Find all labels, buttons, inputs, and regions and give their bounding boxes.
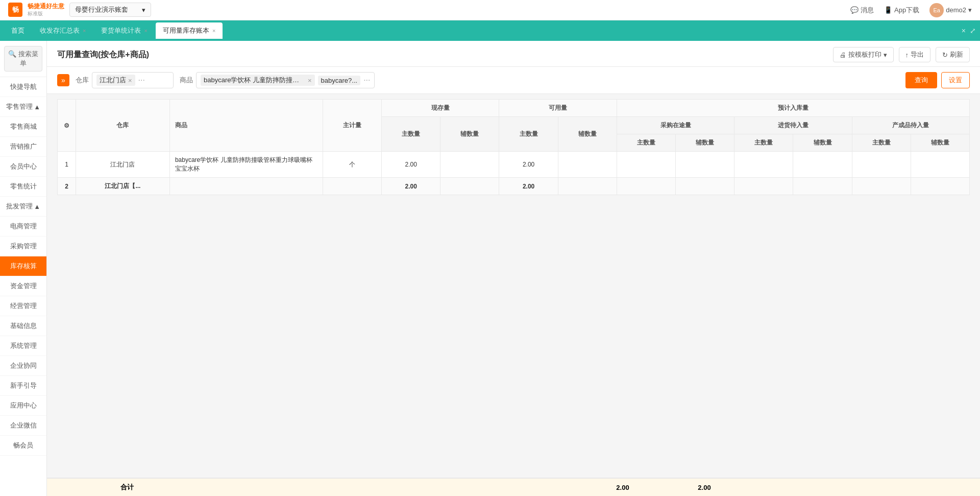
filter-expand-btn[interactable]: » (57, 74, 69, 86)
tab-available-stock[interactable]: 可用量库存账本 × (156, 22, 223, 39)
product-label: 商品 (180, 76, 193, 85)
search-icon: 🔍 (8, 50, 16, 58)
filter-bar: » 仓库 江北门店 × ··· 商品 babycare学饮杯 儿童防摔防撞吸管杯… (47, 67, 980, 94)
brand-title: 畅捷通好生意 (28, 3, 64, 10)
settings-btn[interactable]: 设置 (941, 72, 970, 88)
sidebar-item-operations[interactable]: 经营管理 (0, 296, 46, 316)
warehouse-input[interactable]: 江北门店 × ··· (92, 72, 174, 88)
row-inb-aux-1 (793, 152, 852, 178)
row-inb-main-1 (734, 152, 793, 178)
row-inb-main-2 (734, 178, 793, 195)
refresh-btn[interactable]: ↻ 刷新 (936, 47, 970, 62)
row-curr-main-1: 2.00 (382, 152, 440, 178)
settings-cell[interactable]: ⚙ (58, 100, 76, 152)
planned-inbound-header: 预计入库量 (617, 100, 969, 117)
sidebar-item-newbie[interactable]: 新手引导 (0, 376, 46, 396)
print-icon: 🖨 (840, 51, 846, 59)
chevron-down-icon-user: ▾ (968, 6, 972, 14)
footer-label: 合计 (116, 483, 561, 492)
remove-warehouse-tag[interactable]: × (128, 77, 132, 84)
product-input[interactable]: babycare学饮杯 儿童防摔防撞吸管杯重力球吸嘴杯宝宝水杯 × babyca… (196, 72, 375, 88)
chevron-down-icon-print: ▾ (884, 51, 887, 59)
footer-current-main: 2.00 (602, 484, 643, 491)
sidebar-item-member[interactable]: 畅会员 (0, 436, 46, 456)
sidebar-item-membership[interactable]: 会员中心 (0, 157, 46, 177)
tab-receive-summary[interactable]: 收发存汇总表 × (33, 22, 93, 39)
tab-home[interactable]: 首页 (4, 22, 32, 39)
sidebar-item-system[interactable]: 系统管理 (0, 336, 46, 356)
remove-product-tag-1[interactable]: × (308, 77, 312, 84)
table-footer: 合计 2.00 2.00 (47, 478, 980, 496)
product-filter: 商品 babycare学饮杯 儿童防摔防撞吸管杯重力球吸嘴杯宝宝水杯 × bab… (180, 72, 375, 88)
sidebar-item-basic-info[interactable]: 基础信息 (0, 316, 46, 336)
tab-order-stats[interactable]: 要货单统计表 × (94, 22, 154, 39)
tab-actions: × ⤢ (962, 27, 976, 35)
row-avail-aux-2 (558, 178, 617, 195)
brand-icon: 畅 (8, 3, 22, 17)
sidebar-item-finance[interactable]: 资金管理 (0, 276, 46, 296)
industry-selector[interactable]: 母婴行业演示账套 ▾ (69, 3, 151, 17)
message-btn[interactable]: 💬 消息 (850, 6, 874, 15)
sidebar-item-marketing[interactable]: 营销推广 (0, 137, 46, 157)
table-container: ⚙ 仓库 商品 主计量 现存量 可用量 预计入库量 主数量 辅数量 主数量 辅数… (47, 94, 980, 478)
inbound-main-header: 主数量 (734, 134, 793, 152)
nav-tabs-bar: 首页 收发存汇总表 × 要货单统计表 × 可用量库存账本 × × ⤢ (0, 20, 980, 41)
query-btn[interactable]: 查询 (905, 72, 937, 88)
available-header: 可用量 (499, 100, 617, 117)
current-main-qty-header: 主数量 (382, 117, 440, 152)
row-prod-aux-1 (911, 152, 969, 178)
warehouse-label: 仓库 (76, 76, 89, 85)
user-menu[interactable]: Ea demo2 ▾ (929, 3, 972, 17)
product-more[interactable]: ··· (363, 76, 370, 85)
app-download-btn[interactable]: 📱 App下载 (884, 6, 919, 15)
row-prod-main-2 (852, 178, 911, 195)
brand-info: 畅捷通好生意 标准版 (28, 3, 64, 17)
main-layout: 🔍 搜索菜单 快捷导航 零售管理 ▲ 零售商城 营销推广 会员中心 零售统计 批… (0, 41, 980, 496)
sidebar-item-retail-mgmt[interactable]: 零售管理 ▲ (0, 97, 46, 117)
sidebar-item-wholesale[interactable]: 批发管理 ▲ (0, 197, 46, 217)
sidebar-item-retail-stats[interactable]: 零售统计 (0, 177, 46, 197)
row-curr-aux-1 (440, 152, 499, 178)
sidebar: 🔍 搜索菜单 快捷导航 零售管理 ▲ 零售商城 营销推广 会员中心 零售统计 批… (0, 41, 47, 496)
sidebar-item-app-center[interactable]: 应用中心 (0, 396, 46, 416)
close-tab-receive[interactable]: × (83, 28, 86, 34)
purchase-aux-header: 辅数量 (676, 134, 734, 152)
sidebar-item-enterprise-collab[interactable]: 企业协同 (0, 356, 46, 376)
row-num-2: 2 (58, 178, 76, 195)
table-row: 1 江北门店 babycare学饮杯 儿童防摔防撞吸管杯重力球吸嘴杯宝宝水杯 个… (58, 152, 970, 178)
expand-icon[interactable]: ⤢ (970, 27, 976, 35)
sidebar-search-btn[interactable]: 🔍 搜索菜单 (4, 46, 42, 72)
row-avail-main-2: 2.00 (499, 178, 558, 195)
sidebar-item-retail-mall[interactable]: 零售商城 (0, 117, 46, 137)
main-unit-header: 主计量 (323, 100, 381, 152)
refresh-icon: ↻ (942, 51, 948, 59)
row-warehouse-2: 江北门店【... (76, 178, 170, 195)
table-row: 2 江北门店【... 2.00 2.00 (58, 178, 970, 195)
purchase-main-header: 主数量 (617, 134, 675, 152)
inbound-aux-header: 辅数量 (793, 134, 852, 152)
row-product-2 (169, 178, 323, 195)
brand-sub: 标准版 (28, 10, 64, 17)
export-btn[interactable]: ↑ 导出 (899, 47, 931, 62)
close-tab-available[interactable]: × (212, 28, 215, 34)
top-bar-left: 畅 畅捷通好生意 标准版 母婴行业演示账套 ▾ (8, 3, 151, 17)
sidebar-item-wechat[interactable]: 企业微信 (0, 416, 46, 436)
row-avail-main-1: 2.00 (499, 152, 558, 178)
content-area: 可用量查询(按仓库+商品) 🖨 按模板打印 ▾ ↑ 导出 ↻ 刷新 » (47, 41, 980, 496)
download-icon: 📱 (884, 6, 892, 14)
table-header-row-1: ⚙ 仓库 商品 主计量 现存量 可用量 预计入库量 (58, 100, 970, 117)
avail-aux-qty-header: 辅数量 (558, 117, 617, 152)
warehouse-more[interactable]: ··· (138, 76, 145, 85)
sidebar-item-ecommerce[interactable]: 电商管理 (0, 217, 46, 237)
sidebar-item-purchase[interactable]: 采购管理 (0, 237, 46, 256)
sidebar-item-quick-nav[interactable]: 快捷导航 (0, 77, 46, 97)
page-header: 可用量查询(按仓库+商品) 🖨 按模板打印 ▾ ↑ 导出 ↻ 刷新 (47, 41, 980, 67)
sidebar-item-inventory[interactable]: 库存核算 (0, 256, 46, 276)
row-unit-2 (323, 178, 381, 195)
close-all-tabs-icon[interactable]: × (962, 27, 966, 35)
message-icon: 💬 (850, 6, 859, 14)
product-pending-header: 产成品待入量 (852, 117, 969, 134)
row-pur-main-1 (617, 152, 675, 178)
print-btn[interactable]: 🖨 按模板打印 ▾ (833, 47, 894, 62)
close-tab-order[interactable]: × (144, 28, 147, 34)
